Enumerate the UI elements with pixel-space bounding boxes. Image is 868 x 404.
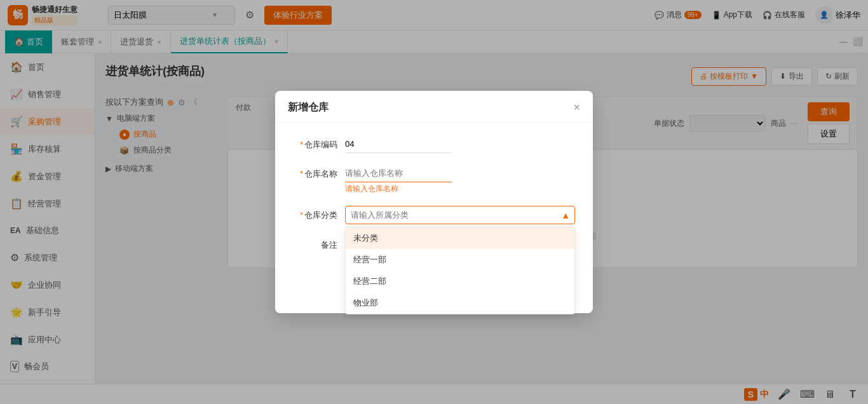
dropdown-item-3[interactable]: 物业部 [346, 292, 574, 314]
remark-label: 备注 [293, 236, 337, 251]
category-dropdown: 未分类 经营一部 经营二部 物业部 [345, 227, 575, 314]
warehouse-code-label: *仓库编码 [293, 135, 337, 151]
warehouse-name-error: 请输入仓库名称 [345, 184, 575, 194]
dropdown-item-0[interactable]: 未分类 [346, 227, 574, 249]
modal-close-button[interactable]: × [573, 101, 580, 114]
required-star-code: * [300, 140, 303, 149]
required-star-name: * [300, 169, 303, 178]
warehouse-code-input-wrapper [345, 135, 575, 153]
modal-header: 新增仓库 × [275, 91, 593, 123]
dropdown-item-2[interactable]: 经营二部 [346, 271, 574, 292]
category-dropdown-arrow[interactable]: ▲ [561, 210, 570, 220]
warehouse-name-label: *仓库名称 [293, 165, 337, 180]
modal-overlay[interactable]: 新增仓库 × *仓库编码 *仓库名称 请输入仓库名称 [0, 0, 868, 404]
warehouse-name-input-wrapper: 请输入仓库名称 [345, 165, 575, 194]
warehouse-code-row: *仓库编码 [293, 135, 575, 153]
warehouse-name-input[interactable] [345, 165, 452, 182]
modal-body: *仓库编码 *仓库名称 请输入仓库名称 *仓库分类 [275, 123, 593, 278]
warehouse-code-input[interactable] [345, 135, 452, 153]
warehouse-category-label: *仓库分类 [293, 206, 337, 221]
warehouse-name-row: *仓库名称 请输入仓库名称 [293, 165, 575, 194]
category-input[interactable] [345, 206, 575, 224]
warehouse-category-row: *仓库分类 ▲ 未分类 经营一部 经营二部 物业部 [293, 206, 575, 224]
category-input-wrapper: ▲ 未分类 经营一部 经营二部 物业部 [345, 206, 575, 224]
dropdown-item-1[interactable]: 经营一部 [346, 249, 574, 271]
new-warehouse-modal: 新增仓库 × *仓库编码 *仓库名称 请输入仓库名称 [275, 91, 593, 313]
modal-title: 新增仓库 [288, 101, 329, 114]
required-star-category: * [300, 210, 303, 220]
